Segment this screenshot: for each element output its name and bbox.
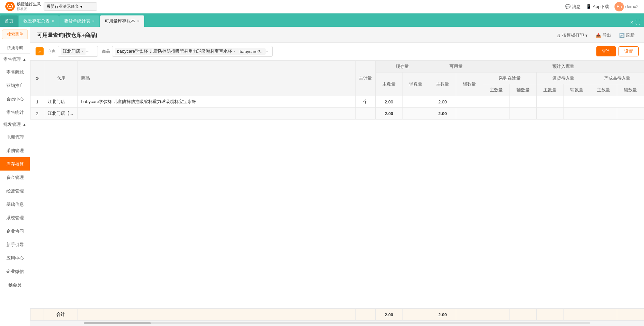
tab-bar: 首页 收发存汇总表 × 要货单统计表 × 可用量库存账本 × × ⛶ (0, 13, 644, 27)
tab-receive-send[interactable]: 收发存汇总表 × (19, 15, 59, 27)
sidebar-member-label: 畅会员 (0, 282, 30, 288)
org-chevron-icon: ▾ (80, 4, 83, 9)
print-chevron-icon: ▾ (585, 33, 588, 38)
logo-area: 畅捷通好生意 标准版 (5, 2, 41, 11)
sidebar-item-retail-mall[interactable]: 零售商城 (0, 65, 30, 79)
org-selector[interactable]: 母婴行业演示账套 ▾ (44, 2, 97, 11)
tab-home[interactable]: 首页 (0, 15, 18, 27)
warehouse-tag-close[interactable]: × (82, 49, 84, 53)
sidebar-item-operation[interactable]: 经营管理 (0, 184, 30, 197)
tab-bar-right: × ⛶ (630, 19, 644, 27)
refresh-btn[interactable]: 🔄 刷新 (616, 31, 637, 40)
horizontal-scrollbar[interactable] (30, 321, 644, 326)
sidebar-item-ecommerce[interactable]: 电商管理 (0, 130, 30, 144)
filter-toggle-btn[interactable]: » (36, 47, 44, 55)
sidebar-item-system[interactable]: 系统管理 (0, 211, 30, 224)
messages-btn[interactable]: 💬 消息 (565, 4, 581, 10)
settings-btn[interactable]: 设置 (619, 46, 639, 56)
main-layout: 搜索菜单 快捷导航 零售管理 ▲ 零售商城 营销推广 会员中心 零售统计 批发管… (0, 27, 644, 326)
sidebar-retail-mall-label: 零售商城 (0, 69, 30, 75)
summary-label: 合计 (44, 309, 77, 321)
th-purchase-main: 主数量 (483, 84, 510, 96)
summary-empty-index (31, 309, 44, 321)
print-btn[interactable]: 🖨 按模板打印 ▾ (554, 31, 590, 40)
logo-sub: 标准版 (17, 7, 41, 11)
tab-order-stats-close[interactable]: × (92, 19, 95, 24)
sidebar-item-marketing[interactable]: 营销推广 (0, 79, 30, 92)
product-filter-dots[interactable]: ··· (266, 49, 270, 54)
download-label: App下载 (593, 4, 609, 10)
sidebar-purchase-label: 采购管理 (0, 148, 30, 154)
sidebar-item-enterprise[interactable]: 企业协同 (0, 224, 30, 238)
summary-incoming-aux (564, 309, 590, 321)
th-available-main-qty: 主数量 (429, 73, 456, 96)
row2-incoming-aux (564, 108, 590, 120)
scrollbar-thumb[interactable] (84, 322, 151, 324)
tab-fullscreen-btn[interactable]: ⛶ (635, 19, 641, 26)
tab-order-stats[interactable]: 要货单统计表 × (59, 15, 99, 27)
sidebar-item-retail-stats[interactable]: 零售统计 (0, 105, 30, 119)
sidebar-basic-info-label: 基础信息 (0, 201, 30, 207)
export-btn[interactable]: 📤 导出 (593, 31, 614, 40)
sidebar-item-finance[interactable]: 资金管理 (0, 171, 30, 184)
sidebar-retail-arrow: ▲ (22, 57, 26, 62)
row1-unit: 个 (356, 96, 376, 108)
row2-current-aux (402, 108, 429, 120)
sidebar-search-area: 搜索菜单 (0, 27, 30, 42)
th-production-pending: 产成品待入量 (590, 73, 644, 84)
sidebar-section-retail[interactable]: 零售管理 ▲ (0, 54, 30, 65)
sidebar-stock-label: 库存核算 (0, 161, 30, 167)
th-incoming-main: 主数量 (537, 84, 564, 96)
scrollbar-track (84, 322, 590, 324)
sidebar-quick-nav[interactable]: 快捷导航 (0, 42, 30, 54)
row1-available-aux (456, 96, 483, 108)
header-right: 💬 消息 📱 App下载 Ea demo2 (565, 2, 639, 11)
warehouse-filter-input[interactable]: 江北门店 × ··· (58, 46, 98, 57)
sidebar-item-purchase[interactable]: 采购管理 (0, 144, 30, 157)
th-purchase-aux: 辅数量 (510, 84, 537, 96)
top-header: 畅捷通好生意 标准版 母婴行业演示账套 ▾ 💬 消息 📱 App下载 Ea de… (0, 0, 644, 13)
th-main-unit: 主计量 (356, 61, 376, 96)
tab-receive-send-close[interactable]: × (52, 19, 54, 24)
download-btn[interactable]: 📱 App下载 (586, 4, 609, 10)
th-available-aux-qty: 辅数量 (456, 73, 483, 96)
sidebar-enterprise-wechat-label: 企业微信 (0, 269, 30, 275)
th-available: 可用量 (429, 61, 483, 73)
tab-close-all-btn[interactable]: × (630, 19, 633, 26)
product-tag1-close[interactable]: × (233, 49, 235, 53)
th-current-aux-qty: 辅数量 (402, 73, 429, 96)
user-area[interactable]: Ea demo2 (614, 2, 639, 11)
avatar: Ea (614, 2, 624, 11)
th-incoming: 预计入库量 (483, 61, 644, 73)
query-btn[interactable]: 查询 (596, 46, 616, 56)
filter-actions: 查询 设置 (596, 46, 639, 56)
row2-incoming-main (537, 108, 564, 120)
sidebar-item-enterprise-wechat[interactable]: 企业微信 (0, 265, 30, 278)
download-icon: 📱 (586, 4, 591, 9)
warehouse-filter-dots[interactable]: ··· (86, 49, 90, 54)
row2-production-main (590, 108, 617, 120)
summary-production-main (590, 309, 617, 321)
sidebar-item-app-center[interactable]: 应用中心 (0, 251, 30, 265)
tab-order-stats-label: 要货单统计表 (64, 18, 90, 24)
product-filter-group: 商品 babycare学饮杯 儿童防摔防撞吸管杯重力球吸嘴杯宝宝水杯 × bab… (102, 46, 273, 57)
sidebar-retail-label: 零售管理 (3, 56, 21, 62)
sidebar-search-btn[interactable]: 搜索菜单 (2, 30, 28, 39)
sidebar-section-wholesale[interactable]: 批发管理 ▲ (0, 119, 30, 130)
sidebar-wholesale-label: 批发管理 (3, 122, 21, 128)
product-filter-input[interactable]: babycare学饮杯 儿童防摔防撞吸管杯重力球吸嘴杯宝宝水杯 × babyca… (112, 46, 273, 57)
sidebar-item-member[interactable]: 畅会员 (0, 278, 30, 291)
row2-available-main: 2.00 (429, 108, 456, 120)
tab-available-stock-close[interactable]: × (137, 19, 140, 24)
warehouse-filter-label: 仓库 (48, 49, 56, 54)
sidebar-item-basic-info[interactable]: 基础信息 (0, 197, 30, 211)
messages-label: 消息 (572, 4, 581, 10)
th-current-main-qty: 主数量 (376, 73, 402, 96)
table-settings-icon[interactable]: ⚙ (34, 75, 41, 82)
sidebar-item-new-guide[interactable]: 新手引导 (0, 238, 30, 251)
sidebar-item-member-center[interactable]: 会员中心 (0, 92, 30, 105)
product-filter-tag1: babycare学饮杯 儿童防摔防撞吸管杯重力球吸嘴杯宝宝水杯 × (115, 48, 238, 55)
tab-available-stock[interactable]: 可用量库存账本 × (100, 15, 144, 27)
sidebar-item-stock[interactable]: 库存核算 (0, 157, 30, 171)
summary-production-aux (617, 309, 644, 321)
